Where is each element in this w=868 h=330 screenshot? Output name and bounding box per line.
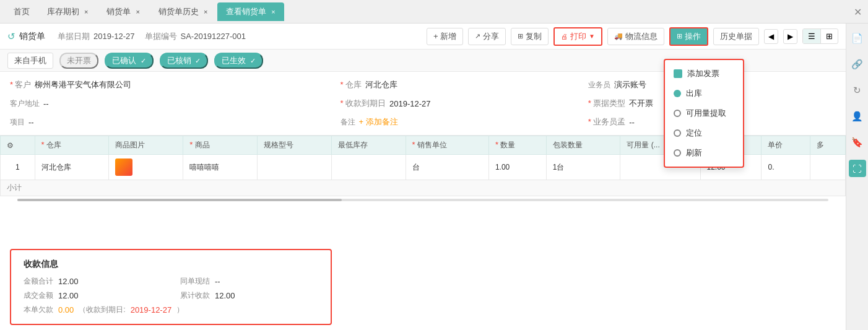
scroll-indicator-wrap [0,196,846,204]
cell-quantity: 1.00 [488,155,546,180]
tab-inventory-label: 库存期初 [47,6,79,17]
tab-view-sale[interactable]: 查看销货单 × [217,2,284,21]
th-unit: * 销售单位 [406,136,488,155]
tab-home[interactable]: 首页 [5,2,38,21]
th-settings[interactable]: ⚙ [1,136,35,155]
tab-inventory[interactable]: 库存期初 × [38,2,97,21]
tab-sale-history-label: 销货单历史 [158,6,199,17]
sidebar-expand-icon[interactable]: ⛶ [849,160,866,177]
operate-button-label: 操作 [685,31,701,42]
tab-sale-history-close[interactable]: × [204,8,207,15]
dropdown-refresh[interactable]: 刷新 [665,143,743,163]
prev-button[interactable]: ◀ [764,29,778,44]
new-button[interactable]: + 新增 [427,28,463,45]
cell-unit: 台 [406,155,488,180]
refresh-icon [674,149,681,157]
view-grid-button[interactable]: ⊞ [821,29,838,43]
available-qty-icon [674,110,681,117]
not-open-button[interactable]: 未开票 [59,53,98,69]
tab-view-sale-close[interactable]: × [271,8,275,15]
print-button-label: 打印 [570,31,586,42]
tab-bar: 首页 库存期初 × 销货单 × 销货单历史 × 查看销货单 × ✕ [0,0,868,24]
new-button-label: + 新增 [433,31,456,42]
scroll-thumb [17,199,342,201]
subtotal-label: 小计 [1,180,846,196]
share-button-label: 分享 [483,31,499,42]
dropdown-add-invoice[interactable]: 添加发票 [665,64,743,84]
tab-home-label: 首页 [14,6,30,17]
print-button[interactable]: 🖨 打印 ▼ [553,27,602,46]
sidebar-link-icon[interactable]: 🔗 [849,56,866,73]
payment-cumulative-value: 12.00 [215,291,235,300]
history-button-label: 历史单据 [720,31,752,42]
logistics-button[interactable]: 🚚 物流信息 [607,28,664,45]
th-product: * 商品 [183,136,258,155]
tab-sale-history[interactable]: 销货单历史 × [150,2,216,21]
sidebar-user-icon[interactable]: 👤 [849,108,866,125]
effective-label: 已生效 [222,56,246,65]
tab-sale[interactable]: 销货单 × [98,2,148,21]
doc-date-value: 2019-12-27 [93,32,135,41]
doc-icon: ↺ [7,31,15,42]
payment-transaction-label: 成交金额 [24,290,53,301]
dropdown-available-qty[interactable]: 可用量提取 [665,103,743,123]
payment-outstanding-value: 0.00 [58,305,74,315]
warehouse-field: * 仓库 河北仓库 [341,79,588,90]
sidebar-doc-edit-icon[interactable]: 📄 [849,30,866,47]
payment-rows: 金额合计 12.00 同单现结 -- 成交金额 12.00 累计收款 12.00… [24,276,318,315]
add-invoice-icon [674,69,682,78]
payment-outstanding-close: ） [176,305,184,315]
warehouse-value: 河北仓库 [365,79,397,90]
address-label: 客户地址 [10,98,40,109]
doc-date-field: 单据日期 2019-12-27 [58,31,135,42]
locate-label: 定位 [686,128,702,139]
project-field: 项目 -- [10,117,341,128]
address-value: -- [43,99,49,108]
address-field: 客户地址 -- [10,98,341,109]
window-close-button[interactable]: ✕ [854,6,862,17]
tab-view-sale-label: 查看销货单 [226,6,266,17]
cell-no: 1 [1,155,35,180]
payment-transaction-row: 成交金额 12.00 [24,290,162,301]
note-label: 备注 [341,117,355,128]
cell-warehouse: 河北仓库 [35,155,109,180]
payment-same-order-row: 同单现结 -- [180,276,318,287]
tab-sale-close[interactable]: × [136,8,139,15]
dropdown-locate[interactable]: 定位 [665,123,743,143]
payment-outstanding-label: 本单欠款 [24,305,53,315]
view-list-button[interactable]: ☰ [803,29,821,43]
tab-inventory-close[interactable]: × [84,8,88,15]
toolbar-actions: + 新增 ↗ 分享 ⊞ 复制 🖨 打印 ▼ 🚚 物流信息 [427,27,838,46]
th-quantity: * 数量 [488,136,546,155]
sidebar-bookmark-icon[interactable]: 🔖 [849,134,866,151]
cell-spec [257,155,331,180]
effective-button[interactable]: 已生效 ✓ [214,53,263,69]
sidebar-refresh-icon[interactable]: ↻ [849,82,866,99]
product-image [115,158,132,176]
tab-sale-label: 销货单 [106,6,131,17]
checked-label: 已核销 [167,56,191,65]
locate-icon [674,129,681,137]
next-button[interactable]: ▶ [783,29,797,44]
from-phone-button[interactable]: 来自手机 [7,53,53,69]
doc-title: 销货单 [19,31,45,42]
th-spec: 规格型号 [257,136,331,155]
doc-date-label: 单据日期 [58,31,90,42]
dropdown-outbound[interactable]: 出库 [665,84,743,103]
cell-price: 0. [762,155,810,180]
confirmed-label: 已确认 [112,56,136,65]
operate-button[interactable]: ⊞ 操作 [669,27,708,46]
cell-product-img [109,155,183,180]
history-button[interactable]: 历史单据 [713,28,759,45]
customer-field: * 客户 柳州粤港平安气体有限公司 [10,79,341,90]
share-button[interactable]: ↗ 分享 [468,28,506,45]
checked-button[interactable]: 已核销 ✓ [160,53,209,69]
copy-button[interactable]: ⊞ 复制 [511,28,549,45]
due-date-label: 收款到期日 [345,98,386,108]
add-note-button[interactable]: + 添加备注 [359,116,398,128]
confirmed-button[interactable]: 已确认 ✓ [105,53,154,69]
payment-outstanding-note: （收款到期日: [79,305,125,315]
add-invoice-label: 添加发票 [687,68,719,79]
due-date-value: 2019-12-27 [389,99,431,108]
due-date-field: * 收款到期日 2019-12-27 [341,98,588,109]
